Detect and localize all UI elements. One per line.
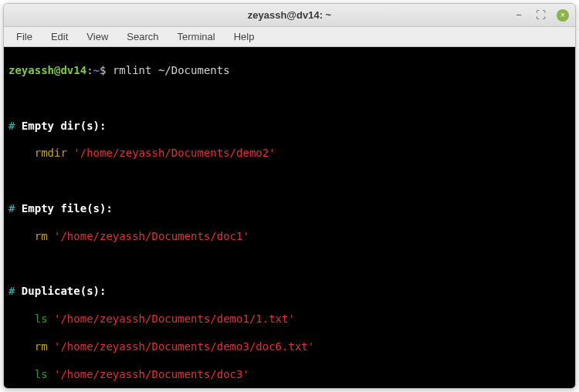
- prompt-user: zeyassh@dv14: [8, 64, 86, 76]
- section-title: Duplicate(s):: [22, 285, 107, 297]
- path: '/home/zeyassh/Documents/doc1': [54, 230, 249, 242]
- blank-line: [8, 174, 571, 188]
- duplicate-item: ls '/home/zeyassh/Documents/doc3': [8, 368, 571, 382]
- hash-icon: #: [8, 120, 22, 132]
- menubar: File Edit View Search Terminal Help: [4, 27, 575, 47]
- blank-line: [8, 92, 571, 106]
- window-title: zeyassh@dv14: ~: [248, 9, 331, 21]
- window-controls: − ⛶ ×: [513, 4, 569, 26]
- empty-files-item: rm '/home/zeyassh/Documents/doc1': [8, 230, 571, 244]
- terminal-window: zeyassh@dv14: ~ − ⛶ × File Edit View Sea…: [3, 3, 576, 389]
- menu-file[interactable]: File: [8, 29, 40, 44]
- op-ls: ls: [35, 368, 48, 380]
- minimize-button[interactable]: −: [513, 10, 524, 21]
- section-title: Empty dir(s):: [22, 120, 107, 132]
- duplicate-item: rm '/home/zeyassh/Documents/demo3/doc6.t…: [8, 340, 571, 354]
- prompt-dollar: $: [100, 64, 113, 76]
- terminal-body[interactable]: zeyassh@dv14:~$ rmlint ~/Documents # Emp…: [4, 47, 575, 388]
- section-title: Empty file(s):: [22, 202, 113, 215]
- section-empty-dirs-header: # Empty dir(s):: [8, 120, 571, 133]
- op-rm: rm: [35, 340, 48, 353]
- menu-terminal[interactable]: Terminal: [170, 29, 223, 44]
- op-rm: rm: [35, 230, 48, 242]
- op-ls: ls: [35, 313, 48, 325]
- titlebar: zeyassh@dv14: ~ − ⛶ ×: [4, 4, 575, 27]
- path: '/home/zeyassh/Documents/demo2': [73, 147, 275, 159]
- menu-view[interactable]: View: [79, 29, 116, 44]
- path: '/home/zeyassh/Documents/demo1/1.txt': [54, 313, 295, 325]
- hash-icon: #: [8, 285, 22, 297]
- section-empty-files-header: # Empty file(s):: [8, 202, 571, 216]
- close-button[interactable]: ×: [557, 9, 569, 22]
- menu-help[interactable]: Help: [226, 29, 262, 44]
- hash-icon: #: [8, 202, 22, 215]
- prompt-colon: :: [86, 64, 93, 76]
- op-rmdir: rmdir: [35, 147, 67, 159]
- prompt-line-1: zeyassh@dv14:~$ rmlint ~/Documents: [8, 64, 571, 78]
- empty-dirs-item: rmdir '/home/zeyassh/Documents/demo2': [8, 147, 571, 161]
- blank-line: [8, 258, 571, 272]
- menu-search[interactable]: Search: [119, 29, 166, 44]
- section-duplicates-header: # Duplicate(s):: [8, 285, 571, 299]
- typed-command: rmlint ~/Documents: [113, 64, 230, 76]
- path: '/home/zeyassh/Documents/doc3': [54, 368, 249, 380]
- duplicate-item: ls '/home/zeyassh/Documents/demo1/1.txt': [8, 313, 571, 326]
- prompt-path: ~: [93, 64, 100, 76]
- path: '/home/zeyassh/Documents/demo3/doc6.txt': [54, 340, 314, 353]
- maximize-button[interactable]: ⛶: [535, 10, 546, 21]
- menu-edit[interactable]: Edit: [43, 29, 76, 44]
